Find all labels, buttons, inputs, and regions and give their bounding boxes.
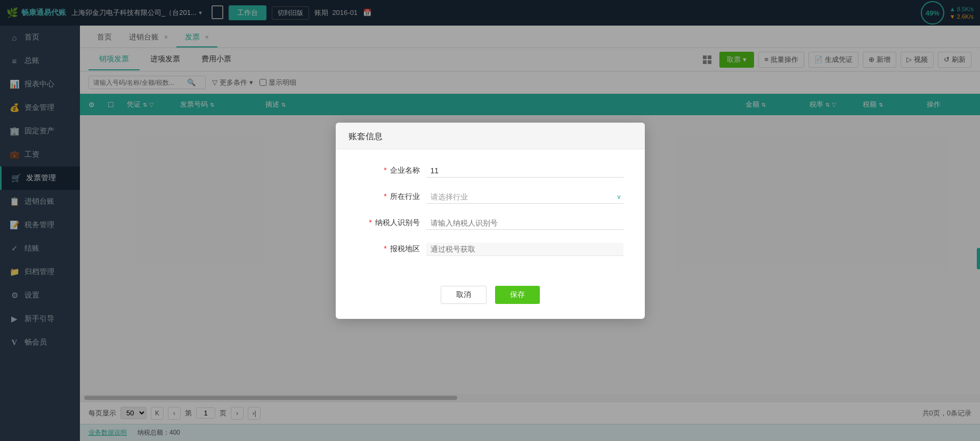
- tax-region-label: * 报税地区: [357, 244, 426, 254]
- required-star: *: [384, 166, 386, 174]
- modal-overlay: 账套信息 * 企业名称 * 所在行业: [80, 26, 980, 441]
- save-button[interactable]: 保存: [495, 286, 540, 304]
- modal-title: 账套信息: [336, 123, 645, 149]
- form-row-tax-region: * 报税地区: [357, 243, 623, 256]
- industry-label: * 所在行业: [357, 192, 426, 202]
- industry-select[interactable]: 请选择行业: [426, 190, 623, 203]
- form-row-company-name: * 企业名称: [357, 164, 623, 178]
- modal-footer: 取消 保存: [336, 282, 645, 319]
- tax-id-input[interactable]: [426, 217, 623, 230]
- main-layout: ⌂ 首页 ≡ 总账 📊 报表中心 💰 资金管理 🏢 固定资产 💼 工资 🛒 发票…: [0, 26, 980, 441]
- tax-id-label: * 纳税人识别号: [357, 218, 426, 228]
- form-row-tax-id: * 纳税人识别号: [357, 217, 623, 230]
- required-star-industry: *: [384, 192, 386, 201]
- account-info-modal: 账套信息 * 企业名称 * 所在行业: [336, 123, 645, 319]
- industry-select-wrapper[interactable]: 请选择行业 ∨: [426, 190, 623, 204]
- cancel-button[interactable]: 取消: [441, 286, 487, 304]
- tax-region-input: [426, 243, 623, 256]
- company-name-label: * 企业名称: [357, 166, 426, 175]
- required-star-tax-id: *: [369, 218, 371, 227]
- required-star-tax-region: *: [384, 244, 386, 253]
- company-name-input[interactable]: [426, 164, 623, 178]
- modal-body: * 企业名称 * 所在行业 请选择行业: [336, 149, 645, 282]
- form-row-industry: * 所在行业 请选择行业 ∨: [357, 190, 623, 204]
- main-content: 首页 进销台账 × 发票 × 销项发票 进项发票 费用小票: [80, 26, 980, 441]
